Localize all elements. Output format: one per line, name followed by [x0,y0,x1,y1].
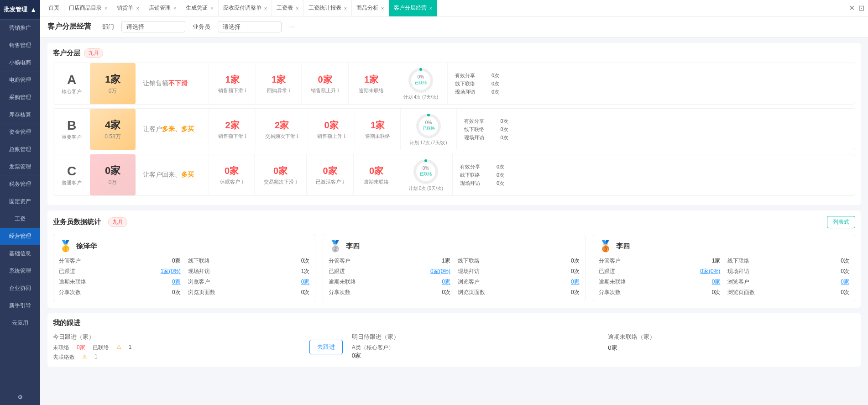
biz-stat-val-1-1: 0次 [571,257,580,265]
biz-card-header-2: 🥉 李四 [599,240,849,252]
side-stat-row-B-2: 现场拜访0次 [464,134,508,141]
sidebar-item-10[interactable]: 固定资产 [0,193,40,210]
biz-stat-link-2-5[interactable]: 0家 [841,278,849,286]
biz-name-2: 李四 [616,242,630,251]
tab-close-8[interactable]: × [381,5,384,11]
tier-amount-C: 0万 [109,179,117,186]
tab-0[interactable]: 首页 [44,0,64,16]
biz-stat-row-1-2: 已跟进 0家(0%) [329,268,450,275]
tier-metric-B-0: 2家销售额下滑ℹ [209,109,256,150]
tier-circle-C: 0% 已联络 计划 0次 (0天/次) [399,154,452,195]
biz-stat-link-0-2[interactable]: 1家(0%) [161,268,181,275]
sidebar-item-8[interactable]: 发票管理 [0,158,40,176]
tab-8[interactable]: 商品分析× [352,0,389,16]
tab-close-4[interactable]: × [210,5,213,11]
info-icon[interactable]: ℹ [241,179,243,185]
sidebar-item-14[interactable]: 系统管理 [0,263,40,280]
sidebar-settings[interactable]: ⚙ [0,389,40,405]
metric-label-B-3: 逾期未联络 [365,133,390,140]
salesman-select[interactable]: 请选择 [218,21,282,32]
biz-stat-link-1-5[interactable]: 0家 [571,278,580,286]
biz-stat-val-1-3: 0次 [571,268,580,275]
sidebar-item-1[interactable]: 销售管理 [0,37,40,54]
tomorrow-val: 0家 [352,352,599,360]
info-icon[interactable]: ℹ [344,133,345,139]
biz-stat-row-0-3: 现场拜访 1次 [188,268,310,275]
side-stat-label-B-2: 现场拜访 [464,134,484,141]
info-icon[interactable]: ℹ [288,88,290,94]
metric-num-C-2: 0家 [323,165,337,177]
info-icon[interactable]: ℹ [297,133,298,139]
tier-metric-B-3: 1家逾期未联络 [355,109,400,150]
sidebar-item-5[interactable]: 库存核算 [0,106,40,124]
biz-stat-link-2-2[interactable]: 0家(0%) [700,268,720,275]
tab-6[interactable]: 工资表× [272,0,303,16]
tab-close-3[interactable]: × [173,5,176,11]
info-icon[interactable]: ℹ [245,88,246,94]
circle-pct-A: 0% [418,74,424,79]
sidebar-item-13[interactable]: 基础信息 [0,245,40,263]
tab-3[interactable]: 店铺管理× [144,0,181,16]
tab-close-2[interactable]: × [136,5,139,11]
biz-stat-label-2-7: 浏览页面数 [727,289,755,296]
tab-5[interactable]: 应收应付调整单× [219,0,272,16]
biz-stat-val-0-3: 1次 [301,268,310,275]
circle-linked-A: 已联络 [415,80,427,85]
biz-name-0: 徐泽华 [76,242,97,251]
goto-followup-button[interactable]: 去跟进 [309,340,343,354]
sidebar-item-11[interactable]: 工资 [0,210,40,228]
info-icon[interactable]: ℹ [295,179,297,185]
tab-1[interactable]: 门店商品目录× [64,0,112,16]
info-icon[interactable]: ℹ [342,179,344,185]
sidebar-item-0[interactable]: 营销推广 [0,20,40,37]
biz-stat-link-1-4[interactable]: 0家 [442,278,450,286]
biz-stat-link-1-2[interactable]: 0家(0%) [430,268,450,275]
tier-row-C: C普通客户0家0万让客户回来、多买0家休眠客户ℹ0家交易频次下滑ℹ0家已激活客户… [53,154,855,196]
biz-stat-row-1-6: 分享次数 0次 [329,289,450,296]
tier-metric-B-1: 2家交易频次下滑ℹ [256,109,308,150]
today-followup-label: 今日跟进（家） [53,333,300,341]
sidebar-item-12[interactable]: 经营管理 [0,228,40,245]
restore-icon[interactable]: ⊡ [858,4,864,12]
sidebar-item-17[interactable]: 云应用 [0,315,40,332]
sidebar-item-15[interactable]: 企业协同 [0,280,40,297]
dept-select[interactable]: 请选择 [121,21,185,32]
sidebar-item-6[interactable]: 资金管理 [0,124,40,141]
metric-label-B-2: 销售额上升ℹ [317,133,345,140]
tab-close-9[interactable]: × [429,5,432,11]
tab-close-7[interactable]: × [344,5,347,11]
tab-4[interactable]: 生成凭证× [181,0,218,16]
tier-row-B: B重要客户4家0.53万让客户多来、多买2家销售额下滑ℹ2家交易频次下滑ℹ0家销… [53,108,855,150]
list-view-button[interactable]: 列表式 [827,216,855,228]
tab-close-5[interactable]: × [264,5,267,11]
biz-stat-link-0-4[interactable]: 0家 [172,278,181,286]
tab-close-1[interactable]: × [105,5,107,11]
sidebar-item-16[interactable]: 新手引导 [0,297,40,315]
sidebar-collapse-icon[interactable]: ▲ [30,6,37,13]
biz-stat-link-2-4[interactable]: 0家 [712,278,721,286]
side-stat-val-B-1: 0次 [501,126,508,133]
medal-icon-2: 🥉 [599,240,612,252]
side-stat-val-B-2: 0次 [501,134,508,141]
more-options-icon[interactable]: ··· [289,23,295,31]
sidebar-item-2[interactable]: 小畅电商 [0,54,40,72]
info-icon[interactable]: ℹ [245,133,246,139]
goto-contact-label: 去联络数 [53,353,75,361]
sidebar-item-3[interactable]: 电商管理 [0,72,40,89]
biz-card-1: 🥈 李四 分管客户 1家 线下联络 0次 已跟进 0家(0%) 现场拜访 0次 … [323,234,585,302]
side-stat-row-A-2: 现场拜访0次 [455,89,499,95]
biz-stat-row-0-7: 浏览页面数 0次 [188,289,310,296]
sidebar-item-4[interactable]: 采购管理 [0,89,40,106]
tab-7[interactable]: 工资统计报表× [304,0,352,16]
tab-9[interactable]: 客户分层经营× [389,0,437,16]
sidebar-item-7[interactable]: 总账管理 [0,141,40,158]
close-icon[interactable]: ✕ [849,4,855,12]
info-icon[interactable]: ℹ [337,88,339,94]
tab-2[interactable]: 销货单× [112,0,144,16]
sidebar-item-9[interactable]: 税务管理 [0,176,40,193]
customer-section-title: 客户分层 [53,49,80,58]
side-stat-row-C-1: 线下联络0次 [460,172,504,179]
tier-metric-A-0: 1家销售额下滑ℹ [209,63,256,104]
biz-stat-link-0-5[interactable]: 0家 [301,278,310,286]
tab-close-6[interactable]: × [296,5,298,11]
